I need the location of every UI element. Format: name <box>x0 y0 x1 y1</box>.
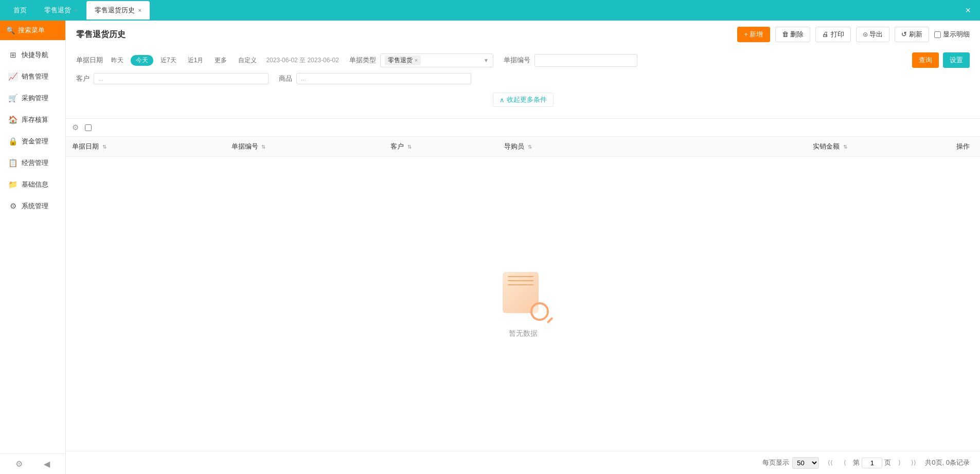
col-guide-label: 导购员 <box>504 142 524 150</box>
doc-type-arrow-icon: ▼ <box>484 58 489 63</box>
date-1month-btn[interactable]: 近1月 <box>184 55 208 66</box>
collapse-arrow-icon: ∧ <box>500 96 505 104</box>
date-yesterday-btn[interactable]: 昨天 <box>107 55 128 66</box>
settings-button[interactable]: 设置 <box>943 52 970 68</box>
table-header-row: 单据日期 ⇅ 单据编号 ⇅ 客户 ⇅ <box>66 137 980 157</box>
header-actions: + 新增 🗑 删除 🖨 打印 ⊙ 导出 ↺ 刷新 显示明细 <box>737 27 970 42</box>
customer-label: 客户 <box>76 74 90 83</box>
page-last-btn[interactable]: ⟩⟩ <box>907 457 920 469</box>
sidebar-item-label: 系统管理 <box>22 202 48 211</box>
tab-retail-return-label: 零售退货 <box>44 6 71 15</box>
tab-list: 首页 零售退货 × 零售退货历史 × <box>5 1 961 20</box>
date-7days-btn[interactable]: 近7天 <box>156 55 181 66</box>
operations-icon: 📋 <box>8 158 17 168</box>
show-detail-checkbox[interactable] <box>934 31 941 38</box>
basic-info-icon: 📁 <box>8 180 17 189</box>
empty-illustration <box>497 269 549 321</box>
sidebar-item-purchase-mgmt[interactable]: 🛒 采购管理 <box>0 87 65 109</box>
delete-button[interactable]: 🗑 删除 <box>775 27 811 42</box>
main-content: 零售退货历史 + 新增 🗑 删除 🖨 打印 ⊙ 导出 ↺ 刷新 显示明细 <box>66 21 980 474</box>
page-title-row: 零售退货历史 + 新增 🗑 删除 🖨 打印 ⊙ 导出 ↺ 刷新 显示明细 <box>76 27 970 42</box>
inventory-icon: 🏠 <box>8 115 17 124</box>
tab-home[interactable]: 首页 <box>5 1 35 20</box>
empty-text: 暂无数据 <box>509 329 538 338</box>
sidebar-item-quick-nav[interactable]: ⊞ 快捷导航 <box>0 44 65 66</box>
tab-retail-return-close[interactable]: × <box>74 7 77 13</box>
date-more-btn[interactable]: 更多 <box>210 55 231 66</box>
col-amount-label: 实销金额 <box>813 142 840 150</box>
page-title: 零售退货历史 <box>76 29 126 40</box>
window-close-button[interactable]: × <box>961 3 975 18</box>
sidebar-item-finance[interactable]: 🔒 资金管理 <box>0 131 65 152</box>
customer-placeholder: ... <box>98 75 103 82</box>
select-all-checkbox[interactable] <box>85 124 92 131</box>
refresh-button[interactable]: ↺ 刷新 <box>895 27 929 42</box>
finance-icon: 🔒 <box>8 137 17 146</box>
doc-type-tag-remove[interactable]: × <box>415 57 418 63</box>
search-icon: 🔍 <box>6 26 15 34</box>
filter-row-1: 单据日期 昨天 今天 近7天 近1月 更多 自定义 2023-06-02 至 2… <box>76 52 970 68</box>
sidebar-search[interactable]: 🔍 搜索菜单 <box>0 21 65 40</box>
filter-row-2: 客户 ... 商品 ... <box>76 73 970 84</box>
tab-retail-return-history[interactable]: 零售退货历史 × <box>86 1 149 20</box>
date-today-btn[interactable]: 今天 <box>131 55 153 66</box>
col-customer-label: 客户 <box>390 142 404 150</box>
page-size-label: 每页显示 <box>762 458 789 467</box>
tab-retail-return-history-close[interactable]: × <box>138 7 141 13</box>
query-button[interactable]: 查询 <box>912 52 939 68</box>
date-custom-btn[interactable]: 自定义 <box>234 55 261 66</box>
col-customer[interactable]: 客户 ⇅ <box>384 137 498 157</box>
page-size-select: 每页显示 20 50 100 <box>762 457 819 469</box>
date-range-text: 2023-06-02 至 2023-06-02 <box>266 56 338 65</box>
add-button[interactable]: + 新增 <box>737 27 770 42</box>
page-number-input[interactable]: 1 <box>862 458 882 468</box>
collapse-sidebar-icon[interactable]: ◀ <box>44 459 50 469</box>
goods-label: 商品 <box>279 74 292 83</box>
tab-retail-return[interactable]: 零售退货 × <box>36 1 85 20</box>
goods-select[interactable]: ... <box>296 73 471 84</box>
show-detail-checkbox-label[interactable]: 显示明细 <box>934 30 970 39</box>
doc-type-tag: 零售退货 × <box>385 56 421 65</box>
sidebar-item-operations[interactable]: 📋 经营管理 <box>0 152 65 174</box>
sidebar-item-label: 基础信息 <box>22 180 48 189</box>
page-header: 零售退货历史 + 新增 🗑 删除 🖨 打印 ⊙ 导出 ↺ 刷新 显示明细 <box>66 21 980 119</box>
date-filter-item: 单据日期 昨天 今天 近7天 近1月 更多 自定义 2023-06-02 至 2… <box>76 55 339 66</box>
col-date-label: 单据日期 <box>72 142 99 150</box>
page-next-btn[interactable]: ⟩ <box>893 457 905 469</box>
sort-date-icon: ⇅ <box>102 144 106 150</box>
page-prev-btn[interactable]: ⟨ <box>839 457 851 469</box>
sidebar-item-basic-info[interactable]: 📁 基础信息 <box>0 174 65 195</box>
sidebar-item-inventory[interactable]: 🏠 库存核算 <box>0 109 65 131</box>
col-date[interactable]: 单据日期 ⇅ <box>66 137 225 157</box>
col-amount[interactable]: 实销金额 ⇅ <box>634 137 878 157</box>
topbar-right: × <box>961 3 975 18</box>
sidebar-item-system-mgmt[interactable]: ⚙ 系统管理 <box>0 195 65 217</box>
page-size-dropdown[interactable]: 20 50 100 <box>792 457 819 469</box>
empty-magnify-icon <box>530 302 549 321</box>
tab-home-label: 首页 <box>13 6 27 15</box>
sidebar-item-sales-mgmt[interactable]: 📈 销售管理 <box>0 66 65 87</box>
doc-type-select[interactable]: 零售退货 × ▼ <box>380 53 493 67</box>
sidebar-item-label: 库存核算 <box>22 115 48 124</box>
goods-placeholder: ... <box>301 75 306 82</box>
page-first-btn[interactable]: ⟨⟨ <box>824 457 836 469</box>
settings-icon[interactable]: ⚙ <box>15 459 23 469</box>
table-toolbar: ⚙ <box>66 119 980 137</box>
print-button[interactable]: 🖨 打印 <box>815 27 851 42</box>
col-actions-label: 操作 <box>956 142 970 150</box>
col-doc-no[interactable]: 单据编号 ⇅ <box>225 137 385 157</box>
filter-area: 单据日期 昨天 今天 近7天 近1月 更多 自定义 2023-06-02 至 2… <box>76 47 970 118</box>
doc-no-input[interactable] <box>534 54 637 67</box>
collapse-btn-label: 收起更多条件 <box>507 95 547 104</box>
sidebar-bottom: ⚙ ◀ <box>0 453 65 474</box>
page-nav: ⟨⟨ ⟨ 第 1 页 ⟩ ⟩⟩ <box>824 457 920 469</box>
doc-type-filter-item: 单据类型 零售退货 × ▼ <box>349 53 493 67</box>
doc-no-filter-item: 单据编号 <box>504 54 637 67</box>
collapse-filter-btn[interactable]: ∧ 收起更多条件 <box>493 93 554 107</box>
sidebar: 🔍 搜索菜单 ⊞ 快捷导航 📈 销售管理 🛒 采购管理 🏠 库 <box>0 21 66 474</box>
doc-type-label: 单据类型 <box>349 56 376 65</box>
col-guide[interactable]: 导购员 ⇅ <box>498 137 634 157</box>
customer-select[interactable]: ... <box>94 73 269 84</box>
export-button[interactable]: ⊙ 导出 <box>856 27 890 42</box>
table-settings-icon[interactable]: ⚙ <box>72 123 79 132</box>
